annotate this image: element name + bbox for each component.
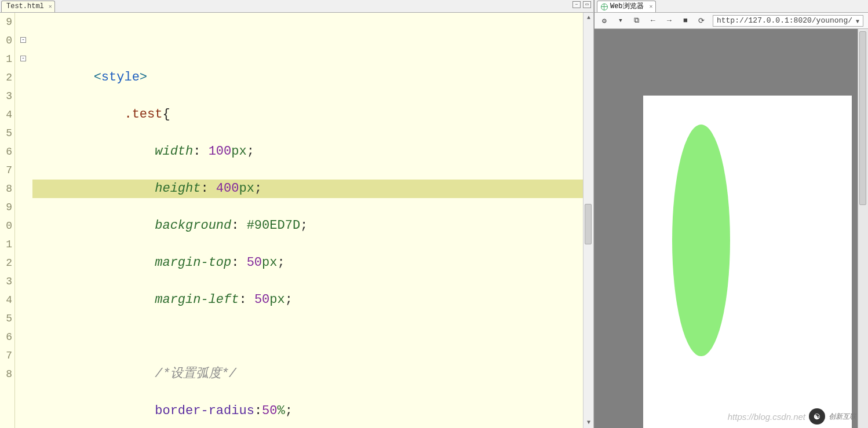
editor-scrollbar[interactable]: ▲ ▼	[583, 13, 593, 428]
stop-icon[interactable]: ■	[680, 16, 691, 26]
line-number: 7	[6, 164, 12, 176]
browser-scrollbar[interactable]	[858, 29, 868, 428]
code-line: width: 100px;	[32, 142, 583, 161]
editor-panel: Test.html ✕ – ▭ 9 0- 1- 2 3 4 5 6 7 8 9 …	[0, 0, 594, 428]
close-icon[interactable]: ✕	[650, 1, 653, 12]
line-number: 6	[6, 331, 12, 343]
code-line	[32, 31, 583, 50]
line-number: 8	[6, 183, 12, 195]
code-line: margin-top: 50px;	[32, 254, 583, 272]
watermark-logo-icon: ☯	[809, 408, 825, 425]
refresh-icon[interactable]: ⟳	[696, 16, 707, 26]
editor-panel-controls: – ▭	[572, 1, 591, 8]
minimize-icon[interactable]: –	[572, 1, 581, 8]
line-number: 8	[6, 368, 12, 380]
watermark: https://blog.csdn.net ☯ 创新互联	[728, 408, 856, 425]
browser-tab[interactable]: Web浏览器 ✕	[597, 1, 656, 12]
url-text: http://127.0.0.1:8020/younong/	[717, 16, 852, 25]
editor-tab-label: Test.html	[6, 1, 44, 12]
go-to-icon[interactable]: ⧉	[632, 16, 642, 26]
code-line: margin-left: 50px;	[32, 291, 583, 309]
browser-panel: Web浏览器 ✕ ⚙ ▼ ⧉ ← → ■ ⟳ http://127.0.0.1:…	[594, 0, 868, 428]
line-number: 5	[6, 313, 12, 324]
line-number-gutter: 9 0- 1- 2 3 4 5 6 7 8 9 0 1 2 3 4 5 6 7 …	[0, 13, 15, 428]
code-line: background: #90ED7D;	[32, 217, 583, 235]
ide-root: Test.html ✕ – ▭ 9 0- 1- 2 3 4 5 6 7 8 9 …	[0, 0, 868, 428]
line-number: 7	[6, 350, 12, 361]
code-line: /*设置弧度*/	[32, 365, 583, 383]
line-number: 2	[6, 257, 12, 269]
code-line	[32, 328, 583, 346]
line-number: 2	[6, 72, 12, 83]
code-line: <style>	[32, 68, 583, 87]
editor-tabbar: Test.html ✕ – ▭	[0, 0, 593, 13]
line-number: 3	[6, 90, 12, 102]
watermark-badge: 创新互联	[829, 412, 856, 422]
maximize-icon[interactable]: ▭	[583, 1, 591, 8]
line-number: 6	[6, 146, 12, 158]
chevron-down-icon[interactable]: ▼	[615, 16, 626, 26]
chevron-down-icon[interactable]: ▼	[854, 17, 862, 25]
line-number: 4	[6, 109, 12, 120]
line-number: 0	[6, 35, 12, 46]
line-number: 4	[6, 294, 12, 306]
back-icon[interactable]: ←	[648, 16, 658, 26]
browser-viewport: https://blog.csdn.net ☯ 创新互联	[595, 29, 868, 428]
close-icon[interactable]: ✕	[49, 1, 52, 12]
code-line-current: height: 400px;	[32, 180, 583, 198]
line-number: 0	[6, 220, 12, 232]
gear-icon[interactable]: ⚙	[599, 16, 610, 26]
scrollbar-thumb[interactable]	[585, 204, 592, 244]
forward-icon[interactable]: →	[664, 16, 674, 26]
editor-tab-test-html[interactable]: Test.html ✕	[1, 1, 55, 12]
browser-toolbar: ⚙ ▼ ⧉ ← → ■ ⟳ http://127.0.0.1:8020/youn…	[595, 13, 868, 29]
line-number: 9	[6, 16, 12, 28]
line-number: 1	[6, 239, 12, 250]
browser-tab-label: Web浏览器	[610, 1, 644, 12]
watermark-text: https://blog.csdn.net	[728, 412, 805, 422]
scroll-down-icon[interactable]: ▼	[585, 419, 592, 427]
line-number: 9	[6, 202, 12, 213]
scrollbar-thumb[interactable]	[859, 31, 866, 205]
scroll-up-icon[interactable]: ▲	[585, 14, 592, 22]
preview-ellipse	[672, 125, 730, 356]
code-line: border-radius:50%;	[32, 402, 583, 420]
browser-tabbar: Web浏览器 ✕	[595, 0, 868, 13]
rendered-page	[643, 96, 852, 428]
url-input[interactable]: http://127.0.0.1:8020/younong/ ▼	[713, 15, 863, 27]
code-line: .test{	[32, 105, 583, 124]
globe-icon	[601, 3, 608, 10]
code-content[interactable]: <style> .test{ width: 100px; height: 400…	[15, 13, 583, 428]
code-area[interactable]: 9 0- 1- 2 3 4 5 6 7 8 9 0 1 2 3 4 5 6 7 …	[0, 13, 593, 428]
line-number: 1	[6, 53, 12, 65]
line-number: 3	[6, 276, 12, 287]
line-number: 5	[6, 127, 12, 139]
